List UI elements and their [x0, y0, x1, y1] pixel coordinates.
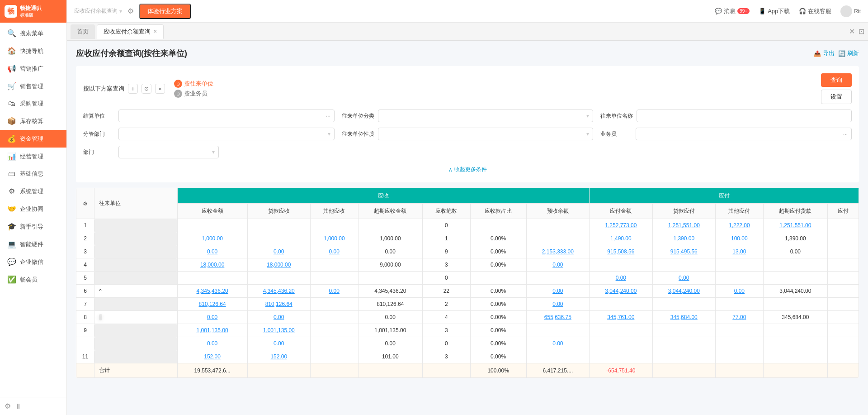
- td-ys-count: 4: [422, 311, 470, 324]
- td-ys-dk[interactable]: 0.00: [247, 311, 310, 324]
- sidebar-item-vip[interactable]: ✅ 畅会员: [0, 271, 66, 288]
- salesman-input[interactable]: ···: [636, 128, 852, 140]
- topbar-gear-icon[interactable]: ⚙: [127, 7, 134, 15]
- td-yf-qt[interactable]: 13.00: [716, 245, 764, 258]
- td-ys-dk[interactable]: 0.00: [247, 245, 310, 258]
- td-yf-dk[interactable]: 1,390.00: [652, 232, 715, 245]
- breadcrumb: 应收应付余额查询 ▾: [74, 7, 122, 15]
- td-ys-prepay[interactable]: 0.00: [526, 258, 589, 272]
- sidebar-item-system[interactable]: ⚙ 系统管理: [0, 182, 66, 200]
- message-icon: 💬: [715, 8, 722, 14]
- sales-icon: 🛒: [7, 82, 16, 91]
- td-ys-amount[interactable]: 1,000.00: [177, 232, 247, 245]
- topbar-service[interactable]: 🎧 在线客服: [799, 7, 831, 15]
- partner-category-select[interactable]: ▾: [378, 110, 593, 122]
- refresh-button[interactable]: 🔄 刷新: [838, 49, 859, 57]
- tab-home[interactable]: 首页: [71, 24, 95, 39]
- sidebar-item-search[interactable]: 🔍 搜索菜单: [0, 24, 66, 42]
- sidebar-item-nav[interactable]: 🏠 快捷导航: [0, 42, 66, 60]
- td-ys-dk[interactable]: 152.00: [247, 350, 310, 363]
- sidebar-item-finance[interactable]: 💰 资金管理: [0, 130, 66, 148]
- td-ys-qt[interactable]: 1,000.00: [310, 232, 358, 245]
- filter-add-button[interactable]: +: [128, 84, 138, 94]
- td-yf-qt[interactable]: 100.00: [716, 232, 764, 245]
- collapse-sidebar-btn[interactable]: ⏸: [14, 402, 22, 410]
- td-ys-prepay[interactable]: 2,153,333.00: [526, 245, 589, 258]
- sidebar-item-corp[interactable]: 🤝 企业协同: [0, 200, 66, 218]
- td-ys-dk[interactable]: 18,000.00: [247, 258, 310, 272]
- table-setting-icon[interactable]: ⚙: [83, 200, 88, 207]
- td-ys-count: 2: [422, 298, 470, 311]
- td-ys-prepay[interactable]: 0.00: [526, 337, 589, 350]
- td-yf-dk[interactable]: 915,495.56: [652, 245, 715, 258]
- query-button[interactable]: 查询: [821, 73, 852, 87]
- td-ys-dk[interactable]: 4,345,436.20: [247, 285, 310, 298]
- td-ys-dk[interactable]: 1,001,135.00: [247, 324, 310, 337]
- export-button[interactable]: 📤 导出: [814, 49, 835, 57]
- td-ys-amount[interactable]: 1,001,135.00: [177, 324, 247, 337]
- td-ys-amount[interactable]: 18,000.00: [177, 258, 247, 272]
- tab-query[interactable]: 应收应付余额查询 ✕: [97, 24, 164, 39]
- td-ys-prepay[interactable]: 0.00: [526, 285, 589, 298]
- sidebar-item-hardware[interactable]: 💻 智能硬件: [0, 235, 66, 253]
- collapse-more-btn[interactable]: ∧ 收起更多条件: [83, 164, 852, 175]
- sidebar-item-purchase[interactable]: 🛍 采购管理: [0, 95, 66, 112]
- filter-partner-category: 往来单位分类 ▾: [342, 110, 593, 122]
- sidebar-item-basic[interactable]: 🗃 基础信息: [0, 165, 66, 182]
- td-ys-qt[interactable]: 0.00: [310, 245, 358, 258]
- tab-maximize-icon[interactable]: ⊡: [859, 27, 864, 36]
- td-ys-dk[interactable]: 0.00: [247, 337, 310, 350]
- table-row: 9 1,001,135.00 1,001,135.00 1,001,135.00…: [76, 324, 859, 337]
- scheme-partner[interactable]: ⊙ 按往来单位: [174, 80, 213, 88]
- td-yf-amount[interactable]: 345,761.00: [590, 311, 652, 324]
- td-yf-dk[interactable]: 1,251,551.00: [652, 219, 715, 232]
- settings-bottom-icon[interactable]: ⚙: [5, 402, 11, 410]
- td-yf-overdue[interactable]: 1,251,551.00: [763, 219, 827, 232]
- filter-scheme-btn[interactable]: ⊙: [142, 84, 151, 94]
- sidebar-item-inventory[interactable]: 📦 库存核算: [0, 112, 66, 130]
- sidebar-item-wechat[interactable]: 💬 企业微信: [0, 253, 66, 271]
- th-setting[interactable]: ⚙: [76, 188, 94, 219]
- filter-collapse-left-btn[interactable]: «: [155, 84, 165, 94]
- td-yf-amount[interactable]: 915,508.56: [590, 245, 652, 258]
- td-yf-amount[interactable]: 1,490.00: [590, 232, 652, 245]
- partner-name-input[interactable]: [637, 110, 852, 122]
- td-yf-dk[interactable]: 3,044,240.00: [652, 285, 715, 298]
- td-ys-amount[interactable]: 0.00: [177, 245, 247, 258]
- fenguan-select[interactable]: ▾: [118, 128, 335, 140]
- td-yf-qt[interactable]: 1,222.00: [716, 219, 764, 232]
- topbar-user[interactable]: Rit: [840, 5, 861, 17]
- inventory-icon: 📦: [7, 117, 16, 125]
- td-ys-prepay[interactable]: 0.00: [526, 298, 589, 311]
- scheme-salesman[interactable]: ⊙ 按业务员: [174, 90, 213, 98]
- sidebar-item-guide[interactable]: 🎓 新手引导: [0, 218, 66, 235]
- td-yf-dk[interactable]: 345,684.00: [652, 311, 715, 324]
- td-ys-qt[interactable]: 0.00: [310, 285, 358, 298]
- bumen-select[interactable]: ▾: [118, 146, 219, 158]
- td-ys-amount[interactable]: 0.00: [177, 311, 247, 324]
- tab-close-icon[interactable]: ✕: [153, 29, 157, 34]
- promo-button[interactable]: 体验行业方案: [139, 4, 191, 19]
- partner-nature-select[interactable]: ▾: [378, 128, 593, 140]
- td-ys-amount[interactable]: 810,126.64: [177, 298, 247, 311]
- td-yf-amount[interactable]: 3,044,240.00: [590, 285, 652, 298]
- setting-button[interactable]: 设置: [821, 90, 852, 104]
- sidebar-item-operation[interactable]: 📊 经营管理: [0, 148, 66, 165]
- td-yf-amount[interactable]: 0.00: [590, 272, 652, 285]
- topbar-app-download[interactable]: 📱 App下载: [759, 7, 790, 15]
- jiesuan-input[interactable]: ···: [118, 110, 335, 122]
- td-yf-amount[interactable]: 1,252,773.00: [590, 219, 652, 232]
- td-ys-prepay[interactable]: 655,636.75: [526, 311, 589, 324]
- td-ys-amount[interactable]: 152.00: [177, 350, 247, 363]
- td-yf-qt[interactable]: 0.00: [716, 285, 764, 298]
- td-ys-dk[interactable]: 810,126.64: [247, 298, 310, 311]
- topbar-message[interactable]: 💬 消息 99+: [715, 7, 750, 15]
- sidebar-item-marketing[interactable]: 📢 营销推广: [0, 60, 66, 77]
- td-footer-label: 合计: [94, 363, 178, 378]
- td-ys-amount[interactable]: 4,345,436.20: [177, 285, 247, 298]
- td-ys-amount[interactable]: 0.00: [177, 337, 247, 350]
- sidebar-item-sales[interactable]: 🛒 销售管理: [0, 77, 66, 95]
- td-yf-qt[interactable]: 77.00: [716, 311, 764, 324]
- td-yf-dk[interactable]: 0.00: [652, 272, 715, 285]
- tab-minimize-icon[interactable]: ✕: [849, 27, 855, 36]
